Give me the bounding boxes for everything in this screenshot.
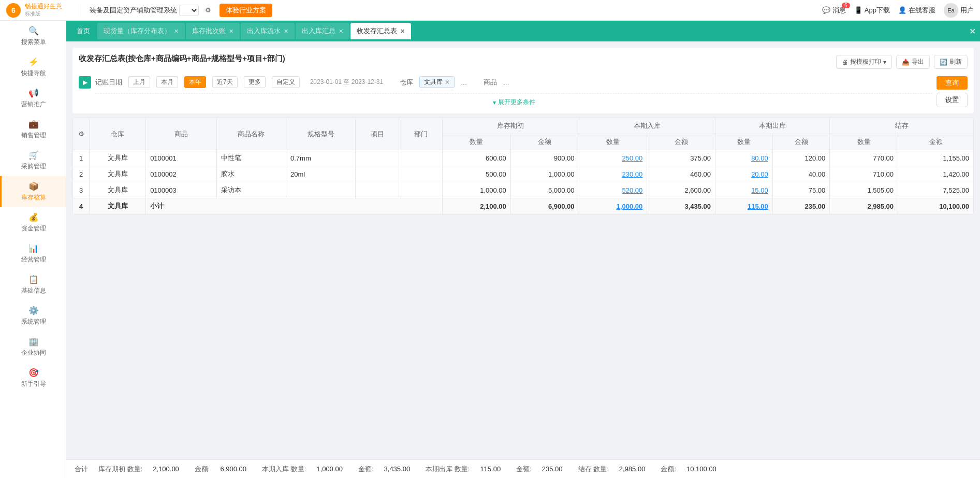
building-icon: 🏢 [28,337,39,346]
row3-closing-qty: 1,505.00 [830,182,898,198]
tab-stock-summary[interactable]: 收发存汇总表 ✕ [350,23,411,39]
sidebar-item-operations[interactable]: 📊 经营管理 [0,238,66,269]
th-settings[interactable]: ⚙ [73,118,90,150]
chevron-down-icon: ▾ [883,59,886,66]
filter-row-1: 记账日期 上月 本月 本年 近7天 更多 自定义 2023-01-01 至 20… [95,76,932,88]
tab-bar-close[interactable]: ✕ [969,26,976,36]
online-service-item[interactable]: 👤 在线客服 [898,6,935,15]
table-row: 2 文具库 0100002 胶水 20ml 500.00 1,000.00 23… [73,166,974,182]
tab-in-out-summary[interactable]: 出入库汇总 ✕ [296,23,349,39]
page-title: 收发存汇总表(按仓库+商品编码+商品+规格型号+项目+部门) [79,54,285,64]
app-download-item[interactable]: 📱 App下载 [854,6,890,15]
row1-project [356,150,399,166]
tab-close-stock-summary[interactable]: ✕ [400,28,405,35]
tab-inventory-dist[interactable]: 现货量（库存分布表） ✕ [97,23,185,39]
system-name: 装备及固定资产辅助管理系统 [90,6,177,15]
sidebar-item-search[interactable]: 🔍 搜索菜单 [0,21,66,52]
sidebar-item-quick-nav[interactable]: ⚡ 快捷导航 [0,52,66,83]
table-row: 1 文具库 0100001 中性笔 0.7mm 600.00 900.00 25… [73,150,974,166]
tab-in-out-flow[interactable]: 出入库流水 ✕ [241,23,295,39]
subtotal-closing-amt: 10,100.00 [898,198,974,214]
filter-this-month[interactable]: 本月 [156,76,178,88]
th-goods-name: 商品名称 [216,118,286,150]
sidebar-item-system[interactable]: ⚙️ 系统管理 [0,300,66,331]
row1-opening-qty: 600.00 [443,150,511,166]
total-closing-qty: 2,985.00 [619,465,646,473]
row2-in-qty[interactable]: 230.00 [579,166,647,182]
th-in-amt: 金额 [647,134,715,150]
tab-close-inventory-dist[interactable]: ✕ [174,28,179,35]
system-select[interactable] [179,5,199,16]
sidebar-item-inventory[interactable]: 📦 库存核算 [0,176,66,207]
sidebar-item-basic-info[interactable]: 📋 基础信息 [0,269,66,300]
sidebar-item-guide[interactable]: 🎯 新手引导 [0,363,66,394]
target-icon: 🎯 [28,368,39,378]
subtotal-in-amt: 3,435.00 [647,198,715,214]
export-button[interactable]: 📤 导出 [896,55,930,69]
row2-project [356,166,399,182]
sidebar-item-enterprise[interactable]: 🏢 企业协同 [0,331,66,363]
filter-recent7[interactable]: 近7天 [212,76,238,88]
sidebar-item-marketing[interactable]: 📢 营销推广 [0,83,66,114]
warehouse-tag-close[interactable]: ✕ [445,79,450,86]
subtotal-closing-qty: 2,985.00 [830,198,898,214]
row3-in-qty[interactable]: 520.00 [579,182,647,198]
money-icon: 💰 [28,212,39,222]
tab-batch-account[interactable]: 库存批次账 ✕ [186,23,240,39]
gear-icon[interactable]: ⚙ [201,3,215,18]
sidebar-item-finance[interactable]: 💰 资金管理 [0,207,66,238]
th-goods-code: 商品 [146,118,216,150]
row2-spec: 20ml [286,166,356,182]
row1-warehouse: 文具库 [90,150,146,166]
filter-more-date[interactable]: 更多 [244,76,266,88]
tab-close-in-out-summary[interactable]: ✕ [339,28,343,35]
row1-in-amt: 375.00 [647,150,715,166]
filter-this-year[interactable]: 本年 [184,76,206,88]
sidebar-item-sales[interactable]: 💼 销售管理 [0,114,66,145]
row1-out-qty[interactable]: 80.00 [715,150,773,166]
tab-close-batch-account[interactable]: ✕ [229,28,233,35]
megaphone-icon: 📢 [28,88,39,98]
row1-name: 中性笔 [216,150,286,166]
row3-closing-amt: 7,525.00 [898,182,974,198]
settings-button[interactable]: 设置 [937,93,968,107]
subtotal-out-qty[interactable]: 115.00 [715,198,773,214]
box-icon: 📦 [28,181,39,191]
table-card: ⚙ 仓库 商品 商品名称 规格型号 项目 部门 库存期初 本期入库 本期出库 结 [72,118,974,214]
experience-button[interactable]: 体验行业方案 [220,4,272,17]
tab-home[interactable]: 首页 [70,23,96,39]
warehouse-tag: 文具库 ✕ [419,76,455,88]
printer-icon: 🖨 [842,59,848,66]
expand-conditions-button[interactable]: ▾ 展开更多条件 [493,98,535,107]
th-in: 本期入库 [579,118,715,134]
query-button[interactable]: 查询 [937,76,968,90]
print-button[interactable]: 🖨 按模板打印 ▾ [836,55,892,69]
row1-in-qty[interactable]: 250.00 [579,150,647,166]
row3-no: 3 [73,182,90,198]
row3-out-qty[interactable]: 15.00 [715,182,773,198]
filter-last-month[interactable]: 上月 [128,76,150,88]
user-item[interactable]: Ea 用户 [944,3,974,18]
filter-custom[interactable]: 自定义 [272,76,300,88]
warehouse-dots[interactable]: ... [461,78,467,86]
subtotal-in-qty[interactable]: 1,000.00 [579,198,647,214]
th-out: 本期出库 [715,118,830,134]
row1-dept [399,150,443,166]
row1-closing-qty: 770.00 [830,150,898,166]
sidebar: 🔍 搜索菜单 ⚡ 快捷导航 📢 营销推广 💼 销售管理 🛒 采购管理 📦 [0,21,66,478]
tab-close-in-out-flow[interactable]: ✕ [284,28,288,35]
chevron-down2-icon: ▾ [493,99,496,106]
warehouse-filter-label: 仓库 [400,78,413,87]
phone-icon: 📱 [854,6,862,14]
th-opening-qty: 数量 [443,134,511,150]
th-closing-amt: 金额 [898,134,974,150]
message-item[interactable]: 💬 消息 6 [822,6,846,15]
total-opening-amt: 6,900.00 [220,465,246,473]
row3-project [356,182,399,198]
refresh-button[interactable]: 🔄 刷新 [934,55,968,69]
row2-out-qty[interactable]: 20.00 [715,166,773,182]
goods-dots[interactable]: ... [503,78,509,86]
sidebar-item-purchase[interactable]: 🛒 采购管理 [0,145,66,176]
filter-collapse-arrow[interactable]: ▶ [79,76,91,89]
subtotal-label: 小计 [146,198,443,214]
